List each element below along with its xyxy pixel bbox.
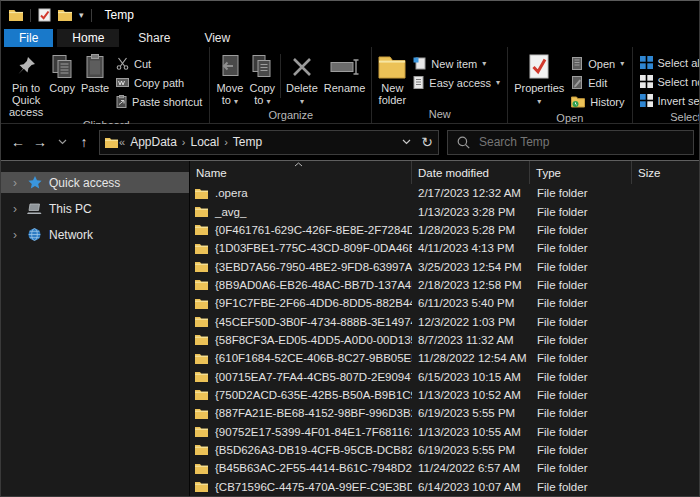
file-name-cell[interactable]: .opera (190, 187, 412, 199)
file-row[interactable]: {00715EA7-7FA4-4CB5-807D-2E90947CD...6/1… (190, 367, 699, 385)
qat-customize-chevron-icon[interactable]: ▾ (79, 11, 84, 20)
file-row[interactable]: {610F1684-52CE-406B-8C27-9BB05E5F82...11… (190, 349, 699, 367)
back-button[interactable]: ← (7, 130, 29, 154)
file-row[interactable]: _avg_1/13/2023 3:28 PMFile folder (190, 202, 699, 220)
history-button[interactable]: History (567, 92, 628, 111)
up-button[interactable]: ↑ (73, 130, 95, 154)
rename-button[interactable]: Rename (321, 50, 369, 94)
file-name-cell[interactable]: {CB71596C-4475-470A-99EF-C9E3BD210... (190, 481, 412, 493)
file-row[interactable]: {58F8CF3A-ED05-4DD5-A0D0-00D13522...8/7/… (190, 331, 699, 349)
organize-group-label: Organize (213, 108, 368, 124)
type-cell: File folder (530, 352, 632, 364)
type-cell: File folder (530, 481, 632, 493)
paste-shortcut-button[interactable]: Paste shortcut (112, 92, 206, 111)
select-all-button[interactable]: Select all (636, 53, 700, 72)
file-name: {750D2ACD-635E-42B5-B50A-B9B1C9B4... (215, 389, 412, 401)
file-row[interactable]: {887FA21E-BE68-4152-98BF-996D3B2D3...6/1… (190, 404, 699, 422)
file-name-cell[interactable]: {00715EA7-7FA4-4CB5-807D-2E90947CD... (190, 371, 412, 383)
column-header-type[interactable]: Type (530, 161, 632, 184)
properties-button[interactable]: Properties▾ (511, 50, 567, 108)
tab-file[interactable]: File (4, 29, 53, 47)
file-name-cell[interactable]: {45CEF50D-3B0F-4734-888B-3E14974404... (190, 316, 412, 328)
copy-path-button[interactable]: Copy path (112, 73, 206, 92)
address-folder-icon (105, 137, 118, 148)
move-to-button[interactable]: Move to ▾ (213, 50, 246, 108)
paste-shortcut-icon (116, 95, 127, 108)
file-row[interactable]: {B5D626A3-DB19-4CFB-95CB-DCB828B5...6/19… (190, 441, 699, 459)
file-row[interactable]: {9F1C7FBE-2F66-4DD6-8DD5-882B447D...6/11… (190, 294, 699, 312)
search-box[interactable] (447, 130, 694, 155)
folder-icon (195, 188, 208, 199)
forward-button[interactable]: → (29, 130, 51, 154)
easy-access-button[interactable]: Easy access ▾ (409, 73, 504, 92)
delete-button[interactable]: Delete▾ (283, 50, 321, 108)
pc-icon (27, 203, 42, 215)
breadcrumb-temp[interactable]: Temp (229, 133, 266, 151)
search-input[interactable] (479, 135, 684, 149)
file-name-cell[interactable]: {B5D626A3-DB19-4CFB-95CB-DCB828B5... (190, 444, 412, 456)
invert-selection-button[interactable]: Invert selection (636, 91, 700, 110)
navigation-bar: ← → ↑ « AppData › Local › Temp ↻ (1, 124, 699, 161)
file-name-cell[interactable]: {887FA21E-BE68-4152-98BF-996D3B2D3... (190, 407, 412, 419)
type-cell: File folder (530, 224, 632, 236)
sidebar-item-quick-access[interactable]: › Quick access (1, 172, 189, 193)
file-name-cell[interactable]: {1D03FBE1-775C-43CD-809F-0DA46B75... (190, 242, 412, 254)
folder-icon (195, 353, 208, 364)
pin-to-quick-access-button[interactable]: Pin to Quick access (6, 50, 46, 118)
file-name-cell[interactable]: {0F461761-629C-426F-8E8E-2F7284D2DE... (190, 224, 412, 236)
file-row[interactable]: {CB71596C-4475-470A-99EF-C9E3BD210...6/1… (190, 478, 699, 496)
tab-view[interactable]: View (189, 29, 245, 47)
qat-properties-icon[interactable] (38, 8, 51, 22)
recent-locations-chevron[interactable] (51, 130, 73, 154)
expander-chevron-icon[interactable]: › (10, 228, 20, 242)
file-row[interactable]: {750D2ACD-635E-42B5-B50A-B9B1C9B4...1/13… (190, 386, 699, 404)
file-name-cell[interactable]: {3EBD7A56-7950-4BE2-9FD8-63997ADB... (190, 261, 412, 273)
file-name-cell[interactable]: {B45B63AC-2F55-4414-B61C-7948D22EF... (190, 462, 412, 474)
copy-to-button[interactable]: Copy to ▾ (246, 50, 278, 108)
column-header-date-modified[interactable]: Date modified (412, 161, 530, 184)
sidebar-item-label: Quick access (49, 176, 120, 190)
file-name-cell[interactable]: {9F1C7FBE-2F66-4DD6-8DD5-882B447D... (190, 297, 412, 309)
delete-icon (290, 52, 314, 82)
expander-chevron-icon[interactable]: › (10, 202, 20, 216)
new-item-button[interactable]: New item ▾ (409, 54, 504, 73)
sidebar-item-this-pc[interactable]: › This PC (1, 198, 189, 219)
tab-home[interactable]: Home (57, 29, 119, 47)
file-row[interactable]: .opera2/17/2023 12:32 AMFile folder (190, 184, 699, 202)
paste-button[interactable]: Paste (78, 50, 112, 94)
file-row[interactable]: {90752E17-5399-4F01-84E1-7F681161B2...1/… (190, 422, 699, 440)
select-none-button[interactable]: Select none (636, 72, 700, 91)
file-name-cell[interactable]: {8B9AD0A6-EB26-48AC-BB7D-137A4FB4... (190, 279, 412, 291)
date-modified-cell: 2/18/2023 12:58 PM (412, 279, 530, 291)
breadcrumb-appdata[interactable]: AppData (126, 133, 181, 151)
column-header-size[interactable]: Size (632, 161, 699, 184)
file-name-cell[interactable]: {750D2ACD-635E-42B5-B50A-B9B1C9B4... (190, 389, 412, 401)
breadcrumb-overflow[interactable]: « (118, 136, 126, 148)
file-name: _avg_ (215, 206, 246, 218)
qat-new-folder-icon[interactable] (58, 9, 72, 21)
type-cell: File folder (530, 242, 632, 254)
new-folder-button[interactable]: New folder (375, 50, 409, 106)
address-bar[interactable]: « AppData › Local › Temp ↻ (99, 130, 439, 155)
file-name-cell[interactable]: {58F8CF3A-ED05-4DD5-A0D0-00D13522... (190, 334, 412, 346)
tab-share[interactable]: Share (123, 29, 185, 47)
cut-button[interactable]: Cut (112, 54, 206, 73)
copy-button[interactable]: Copy (46, 50, 78, 94)
refresh-icon[interactable]: ↻ (421, 134, 433, 150)
edit-button[interactable]: Edit (567, 73, 628, 92)
file-row[interactable]: {B45B63AC-2F55-4414-B61C-7948D22EF...11/… (190, 459, 699, 477)
file-row[interactable]: {1D03FBE1-775C-43CD-809F-0DA46B75...4/11… (190, 239, 699, 257)
file-row[interactable]: {8B9AD0A6-EB26-48AC-BB7D-137A4FB4...2/18… (190, 276, 699, 294)
sidebar-item-network[interactable]: › Network (1, 224, 189, 245)
open-button[interactable]: Open ▾ (567, 54, 628, 73)
file-name-cell[interactable]: _avg_ (190, 206, 412, 218)
address-dropdown-chevron-icon[interactable] (402, 139, 411, 145)
file-row[interactable]: {45CEF50D-3B0F-4734-888B-3E14974404...12… (190, 312, 699, 330)
file-name-cell[interactable]: {610F1684-52CE-406B-8C27-9BB05E5F82... (190, 352, 412, 364)
folder-icon (195, 334, 208, 345)
file-row[interactable]: {3EBD7A56-7950-4BE2-9FD8-63997ADB...3/25… (190, 257, 699, 275)
expander-chevron-icon[interactable]: › (10, 176, 20, 190)
file-row[interactable]: {0F461761-629C-426F-8E8E-2F7284D2DE...1/… (190, 221, 699, 239)
file-name-cell[interactable]: {90752E17-5399-4F01-84E1-7F681161B2... (190, 426, 412, 438)
breadcrumb-local[interactable]: Local (187, 133, 224, 151)
